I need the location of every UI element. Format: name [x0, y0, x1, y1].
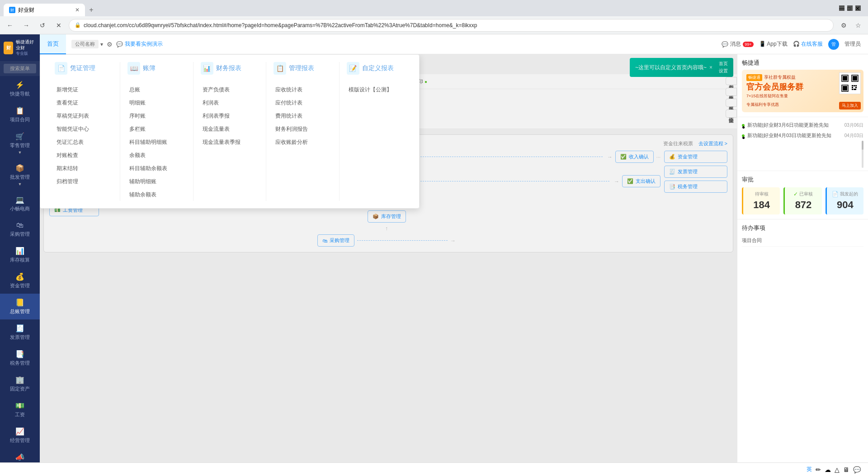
menu-aux-balance[interactable]: 辅助余额表: [127, 189, 185, 201]
tab-title: 好业财: [18, 6, 34, 14]
scroll-thumb[interactable]: [862, 141, 863, 150]
app-download-button[interactable]: 📱 App下载: [759, 40, 788, 48]
menu-smart-center[interactable]: 智能凭证中心: [55, 123, 113, 135]
logo-version: 专业版: [16, 51, 36, 57]
sidebar-item-tax[interactable]: 📑 税务管理: [0, 345, 40, 371]
bottom-icon-4[interactable]: 🖥: [843, 466, 849, 473]
search-bar[interactable]: 搜索菜单: [4, 64, 36, 73]
menu-fin-profit[interactable]: 财务利润报告: [274, 123, 331, 135]
company-selector[interactable]: 公司名称 ▾: [71, 40, 103, 48]
sidebar-item-ledger[interactable]: 📒 总账管理: [0, 294, 40, 319]
news-item-1[interactable]: ● 新功能|好业财3月6日功能更新抢先知 03月06日: [742, 120, 863, 130]
todo-item-1[interactable]: 项目合同: [742, 235, 863, 247]
home-tab[interactable]: 首页: [40, 34, 66, 54]
menu-period-end[interactable]: 期末结转: [55, 162, 113, 175]
sidebar-item-purchase[interactable]: 🛍 采购管理: [0, 217, 40, 242]
news-list: ● 新功能|好业财3月6日功能更新抢先知 03月06日 ● 新功能|好业财4月0…: [737, 117, 868, 171]
company-settings-icon[interactable]: ⚙: [107, 41, 113, 48]
sales-icon: 📣: [15, 453, 24, 462]
svg-rect-4: [853, 76, 857, 81]
bottom-icon-1[interactable]: ✏: [816, 466, 821, 473]
browser-close[interactable]: ✕: [855, 5, 861, 11]
sidebar-item-shortcut[interactable]: ⚡ 快捷导航: [0, 76, 40, 102]
menu-subject-balance[interactable]: 科目辅助余额表: [127, 162, 185, 175]
dropdown-menu[interactable]: 📄 凭证管理 新增凭证 查看凭证 草稿凭证列表 智能凭证中心 凭证汇总表 对账检…: [40, 54, 420, 209]
sidebar-item-ecommerce[interactable]: 💻 小畅电商: [0, 191, 40, 217]
menu-general-ledger[interactable]: 总账: [127, 84, 185, 96]
sidebar-item-operations[interactable]: 📈 经营管理: [0, 423, 40, 448]
menu-income-stmt[interactable]: 利润表: [201, 97, 259, 109]
sidebar-item-project[interactable]: 📋 项目合同: [0, 102, 40, 128]
bottom-translate-btn[interactable]: 英: [807, 466, 812, 473]
delete-button[interactable]: ✕: [52, 19, 65, 32]
menu-multi-column[interactable]: 多栏账: [127, 123, 185, 135]
scroll-track: [862, 141, 863, 168]
forward-button[interactable]: →: [20, 19, 33, 32]
menu-detail-ledger[interactable]: 明细账: [127, 97, 185, 109]
menu-balance-sheet[interactable]: 资产负债表: [201, 84, 259, 96]
fin-report-category: 📊 财务报表 资产负债表 利润表 利润表季报 现金流量表 现金流量表季报: [193, 62, 266, 201]
menu-view-voucher[interactable]: 查看凭证: [55, 97, 113, 109]
sidebar-item-search[interactable]: 搜索菜单: [0, 61, 40, 76]
menu-cashflow-quarterly[interactable]: 现金流量表季报: [201, 136, 259, 148]
menu-income-quarterly[interactable]: 利润表季报: [201, 110, 259, 122]
menu-aging-analysis[interactable]: 应收账龄分析: [274, 136, 331, 148]
svg-rect-11: [855, 87, 857, 88]
retail-arrow: ▼: [18, 150, 22, 155]
menu-new-voucher[interactable]: 新增凭证: [55, 84, 113, 96]
menu-template-design[interactable]: 模版设计【公测】: [347, 84, 405, 96]
approved-label-row: ✓ 已审核: [788, 191, 818, 197]
new-tab-button[interactable]: +: [85, 4, 98, 16]
bottom-icon-3[interactable]: △: [835, 466, 840, 473]
menu-journal[interactable]: 序时账: [127, 110, 185, 122]
menu-expense-stats[interactable]: 费用统计表: [274, 110, 331, 122]
message-button[interactable]: 💬 消息 99+: [722, 40, 753, 48]
sidebar-item-capital[interactable]: 💰 资金管理: [0, 268, 40, 294]
main-content: 首页 公司名称 ▾ ⚙ 💬 我要看实例演示 💬 消息 99+: [40, 34, 868, 476]
menu-subject-detail[interactable]: 科目辅助明细账: [127, 136, 185, 148]
activity-join-button[interactable]: 马上加入: [839, 102, 861, 109]
my-approval-card[interactable]: 📄 我发起的 904: [826, 187, 863, 214]
invoice-label: 发票管理: [10, 334, 30, 341]
back-button[interactable]: ←: [4, 19, 16, 32]
sidebar-item-inventory[interactable]: 📊 库存核算: [0, 242, 40, 268]
sidebar-item-invoice[interactable]: 🧾 发票管理: [0, 319, 40, 345]
news-item-2[interactable]: ● 新功能|好业财4月03日功能更新抢先知 04月03日: [742, 130, 863, 141]
menu-receivable-stats[interactable]: 应收统计表: [274, 84, 331, 96]
menu-balance[interactable]: 余额表: [127, 149, 185, 162]
menu-reconcile[interactable]: 对账检查: [55, 149, 113, 162]
sidebar-item-salary[interactable]: 💵 工资: [0, 397, 40, 423]
demo-link[interactable]: 💬 我要看实例演示: [116, 40, 163, 48]
bookmark-button[interactable]: ☆: [852, 19, 864, 32]
approved-card[interactable]: ✓ 已审核 872: [783, 187, 821, 214]
sidebar-item-retail[interactable]: 🛒 零售管理 ▼: [0, 128, 40, 159]
pending-approval-card[interactable]: 待审核 184: [742, 187, 780, 214]
bottom-icon-5[interactable]: 💬: [853, 466, 861, 473]
status-bar: 英 ✏ ☁ △ 🖥 💬: [0, 462, 868, 476]
browser-maximize[interactable]: □: [847, 5, 853, 11]
purchase-icon: 🛍: [16, 221, 24, 229]
user-avatar[interactable]: 管: [828, 39, 839, 50]
logo-text: 畅捷通好业财: [16, 39, 36, 51]
bottom-icon-2[interactable]: ☁: [825, 466, 831, 473]
company-dropdown-icon[interactable]: ▾: [100, 41, 103, 48]
message-label: 消息: [730, 40, 741, 48]
app-layout: 财 畅捷通好业财 专业版 搜索菜单 ⚡ 快捷导航 📋 项目合同 🛒 零售管理 ▼…: [0, 34, 868, 476]
sidebar-item-wholesale[interactable]: 📦 批发管理 ▼: [0, 159, 40, 191]
menu-draft-voucher[interactable]: 草稿凭证列表: [55, 110, 113, 122]
browser-minimize[interactable]: —: [839, 5, 844, 11]
address-bar[interactable]: 🔒 cloud.chanjet.com/cc/u6d89qwnryel/57bf…: [69, 19, 834, 32]
sidebar: 财 畅捷通好业财 专业版 搜索菜单 ⚡ 快捷导航 📋 项目合同 🛒 零售管理 ▼…: [0, 34, 40, 476]
menu-aux-detail[interactable]: 辅助明细账: [127, 176, 185, 188]
menu-cashflow[interactable]: 现金流量表: [201, 123, 259, 135]
sidebar-item-fixed-assets[interactable]: 🏢 固定资产: [0, 371, 40, 397]
menu-voucher-summary[interactable]: 凭证汇总表: [55, 136, 113, 148]
browser-tab[interactable]: 财 好业财 ✕: [4, 4, 85, 16]
online-service-button[interactable]: 🎧 在线客服: [793, 40, 823, 48]
svg-rect-8: [854, 85, 855, 86]
menu-archive[interactable]: 归档管理: [55, 176, 113, 188]
refresh-button[interactable]: ↺: [36, 19, 49, 32]
tab-close-button[interactable]: ✕: [75, 7, 80, 13]
extensions-button[interactable]: ⚙: [837, 19, 850, 32]
menu-payable-stats[interactable]: 应付统计表: [274, 97, 331, 109]
